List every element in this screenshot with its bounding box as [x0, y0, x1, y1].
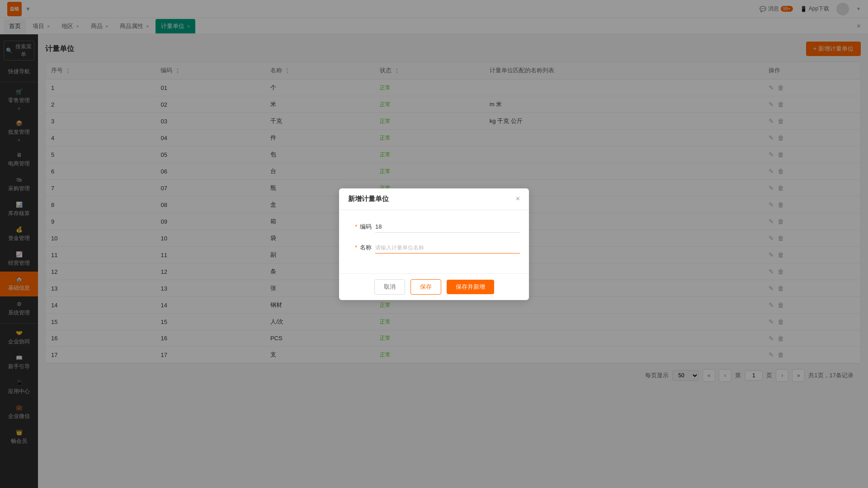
name-form-row: * 名称 [348, 242, 520, 253]
name-required-mark: * [355, 244, 357, 251]
name-input[interactable] [375, 242, 520, 253]
code-input[interactable] [375, 221, 520, 233]
modal-overlay[interactable]: 新增计量单位 × * 编码 * 名称 取消 保存 保存并新增 [0, 0, 868, 488]
modal-header: 新增计量单位 × [339, 188, 529, 210]
save-button[interactable]: 保存 [410, 279, 441, 295]
name-label-text: 名称 [360, 244, 372, 251]
code-label: * 编码 [348, 223, 375, 231]
save-and-new-button[interactable]: 保存并新增 [447, 280, 494, 294]
add-unit-modal: 新增计量单位 × * 编码 * 名称 取消 保存 保存并新增 [339, 188, 529, 300]
name-label: * 名称 [348, 244, 375, 252]
modal-footer: 取消 保存 保存并新增 [339, 273, 529, 300]
code-required-mark: * [355, 223, 357, 230]
modal-title: 新增计量单位 [348, 195, 389, 203]
code-form-row: * 编码 [348, 221, 520, 233]
modal-close-button[interactable]: × [516, 195, 520, 203]
code-label-text: 编码 [360, 223, 372, 230]
modal-body: * 编码 * 名称 [339, 210, 529, 273]
cancel-button[interactable]: 取消 [374, 279, 405, 295]
